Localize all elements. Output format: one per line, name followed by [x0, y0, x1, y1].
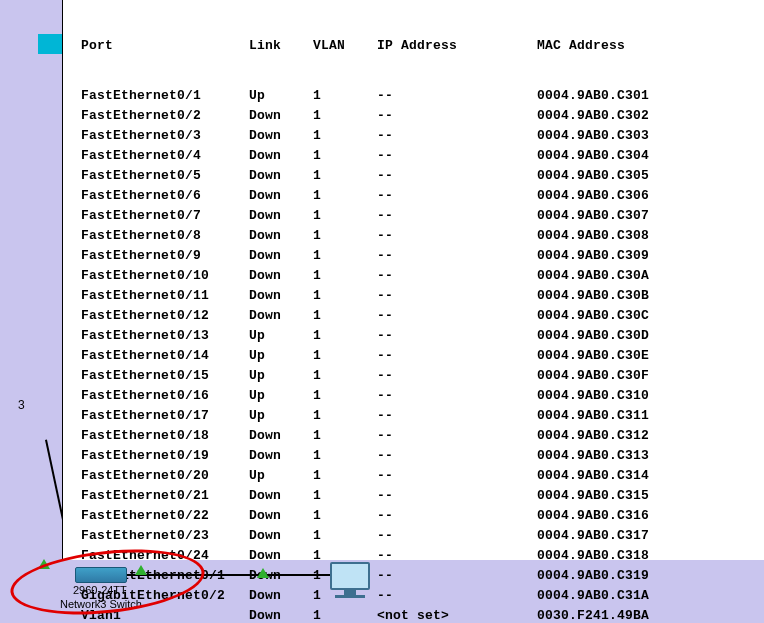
interface-row: FastEthernet0/11 Down 1 -- 0004.9AB0.C30…	[81, 286, 754, 306]
interface-row: FastEthernet0/16 Up 1 -- 0004.9AB0.C310	[81, 386, 754, 406]
interface-row: FastEthernet0/17 Up 1 -- 0004.9AB0.C311	[81, 406, 754, 426]
interface-row: FastEthernet0/7 Down 1 -- 0004.9AB0.C307	[81, 206, 754, 226]
switch-icon[interactable]	[75, 567, 127, 583]
interface-row: Vlan1 Down 1 <not set> 0030.F241.49BA	[81, 606, 754, 623]
interface-row: FastEthernet0/23 Down 1 -- 0004.9AB0.C31…	[81, 526, 754, 546]
interface-row: FastEthernet0/4 Down 1 -- 0004.9AB0.C304	[81, 146, 754, 166]
link-status-up-icon	[135, 565, 147, 575]
pc-icon-base	[335, 595, 365, 598]
interface-row: GigabitEthernet0/1 Down 1 -- 0004.9AB0.C…	[81, 566, 754, 586]
interface-table-body: FastEthernet0/1 Up 1 -- 0004.9AB0.C301Fa…	[81, 86, 754, 623]
interface-row: FastEthernet0/2 Down 1 -- 0004.9AB0.C302	[81, 106, 754, 126]
interface-row: FastEthernet0/3 Down 1 -- 0004.9AB0.C303	[81, 126, 754, 146]
interface-row: GigabitEthernet0/2 Down 1 -- 0004.9AB0.C…	[81, 586, 754, 606]
cli-tooltip-panel: Port Link VLAN IP Address MAC Address Fa…	[62, 0, 762, 560]
partial-label-text: 3	[18, 398, 25, 412]
interface-row: FastEthernet0/1 Up 1 -- 0004.9AB0.C301	[81, 86, 754, 106]
link-status-up-icon	[257, 568, 269, 578]
switch-name-label: Network3 Switch	[60, 598, 142, 610]
interface-row: FastEthernet0/15 Up 1 -- 0004.9AB0.C30F	[81, 366, 754, 386]
interface-row: FastEthernet0/20 Up 1 -- 0004.9AB0.C314	[81, 466, 754, 486]
interface-row: FastEthernet0/13 Up 1 -- 0004.9AB0.C30D	[81, 326, 754, 346]
interface-row: FastEthernet0/21 Down 1 -- 0004.9AB0.C31…	[81, 486, 754, 506]
interface-row: FastEthernet0/6 Down 1 -- 0004.9AB0.C306	[81, 186, 754, 206]
interface-row: FastEthernet0/22 Down 1 -- 0004.9AB0.C31…	[81, 506, 754, 526]
partial-device-icon	[38, 34, 62, 54]
interface-row: FastEthernet0/9 Down 1 -- 0004.9AB0.C309	[81, 246, 754, 266]
interface-row: FastEthernet0/10 Down 1 -- 0004.9AB0.C30…	[81, 266, 754, 286]
switch-model-label: 2960-24TT	[73, 584, 127, 596]
interface-row: FastEthernet0/18 Down 1 -- 0004.9AB0.C31…	[81, 426, 754, 446]
pc-icon[interactable]	[330, 562, 370, 590]
interface-row: FastEthernet0/24 Down 1 -- 0004.9AB0.C31…	[81, 546, 754, 566]
topology-link-line	[127, 574, 332, 576]
interface-row: FastEthernet0/12 Down 1 -- 0004.9AB0.C30…	[81, 306, 754, 326]
workspace-background[interactable]: 3	[0, 0, 62, 623]
interface-row: FastEthernet0/5 Down 1 -- 0004.9AB0.C305	[81, 166, 754, 186]
interface-row: FastEthernet0/8 Down 1 -- 0004.9AB0.C308	[81, 226, 754, 246]
interface-row: FastEthernet0/14 Up 1 -- 0004.9AB0.C30E	[81, 346, 754, 366]
interface-row: FastEthernet0/19 Down 1 -- 0004.9AB0.C31…	[81, 446, 754, 466]
interface-table-header: Port Link VLAN IP Address MAC Address	[81, 36, 754, 56]
link-status-up-icon	[38, 559, 50, 569]
